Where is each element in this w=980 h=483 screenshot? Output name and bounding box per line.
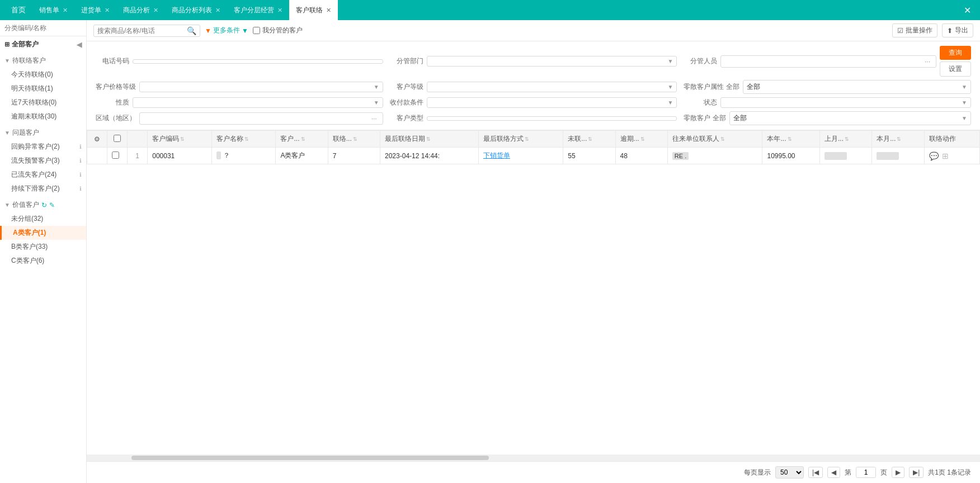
info-icon-churn-warning[interactable]: ℹ [79, 158, 82, 164]
td-overdue: 48 [615, 148, 667, 164]
sidebar-search-input[interactable] [4, 24, 87, 32]
filter-customer-grade-select[interactable]: ▼ [427, 82, 677, 92]
sidebar-item-class-b[interactable]: B类客户(33) [0, 240, 86, 254]
message-action-icon[interactable]: 💬 [929, 151, 939, 160]
sidebar-all-customers-label[interactable]: 全部客户 [12, 40, 39, 49]
nav-tab-customer-contact[interactable]: 客户联络 ✕ [289, 0, 338, 20]
last-page-button[interactable]: ▶| [909, 467, 924, 478]
nav-tab-sales[interactable]: 销售单 ✕ [32, 0, 74, 20]
nature-arrow: ▼ [374, 100, 379, 106]
filter-more-conditions[interactable]: ▼ 更多条件 ▼ [205, 26, 248, 35]
nav-tab-customer-segment[interactable]: 客户分层经营 ✕ [227, 0, 289, 20]
sidebar-group-problem-title[interactable]: ▼ 问题客户 [0, 126, 86, 140]
sidebar-item-declining[interactable]: 持续下滑客户(2) ℹ [0, 182, 86, 196]
sidebar-collapse-button[interactable]: ◀ [77, 41, 82, 49]
sidebar-item-class-a[interactable]: A类客户(1) [0, 226, 86, 240]
sidebar-group-value-title[interactable]: ▼ 价值客户 ↻ ✎ [0, 198, 86, 212]
my-customers-checkbox[interactable] [253, 27, 260, 34]
close-contact-tab[interactable]: ✕ [326, 7, 331, 14]
filter-price-grade-label: 客户价格等级 [96, 82, 136, 92]
region-ellipsis[interactable]: ··· [369, 115, 379, 122]
sidebar-item-class-c[interactable]: C类客户(6) [0, 254, 86, 268]
sidebar-group-pending-title[interactable]: ▼ 待联络客户 [0, 54, 86, 68]
filter-nature-select[interactable]: ▼ [133, 97, 383, 108]
filter-dept-select[interactable]: ▼ [427, 56, 677, 67]
filter-search-icon[interactable]: 🔍 [187, 26, 196, 35]
filter-status-select[interactable]: ▼ [720, 97, 971, 108]
sidebar-item-churn-warning[interactable]: 流失预警客户(3) ℹ [0, 154, 86, 168]
filter-customer-type-label: 客户类型 [390, 113, 423, 123]
action-icons-group: 💬 ⊞ [929, 151, 975, 160]
filter-more-arrow: ▼ [242, 27, 248, 35]
filter-region-label: 区域（地区） [96, 113, 136, 123]
sidebar-item-repurchase-anomaly[interactable]: 回购异常客户(2) ℹ [0, 140, 86, 154]
sidebar-group-value-arrow: ▼ [4, 202, 10, 208]
filter-retail-attr-select[interactable]: 全部 ▼ [743, 80, 971, 94]
filter-dept: 分管部门 ▼ [390, 56, 677, 67]
info-icon-churned[interactable]: ℹ [79, 172, 82, 178]
prev-page-button[interactable]: ◀ [827, 467, 840, 478]
value-edit-icon[interactable]: ✎ [49, 201, 55, 209]
td-type: A类客户 [276, 148, 328, 164]
filter-customer-type-input[interactable] [427, 116, 677, 121]
info-icon-repurchase[interactable]: ℹ [79, 144, 82, 150]
grid-action-icon[interactable]: ⊞ [942, 151, 949, 160]
sidebar-item-overdue[interactable]: 逾期未联络(30) [0, 110, 86, 124]
filter-payment-select[interactable]: ▼ [427, 97, 677, 108]
th-settings[interactable]: ⚙ [87, 131, 107, 148]
close-segment-tab[interactable]: ✕ [277, 7, 282, 14]
nav-tab-purchase[interactable]: 进货单 ✕ [74, 0, 116, 20]
filter-search-input[interactable] [97, 27, 187, 35]
query-button[interactable]: 查询 [940, 46, 971, 60]
close-product-analysis-tab[interactable]: ✕ [153, 7, 158, 14]
page-number-input[interactable] [856, 467, 876, 478]
sort-year-icon: ⇅ [788, 136, 792, 142]
export-button[interactable]: ⬆ 导出 [942, 23, 973, 37]
td-unit-contact: RE . [667, 148, 762, 164]
nav-home[interactable]: 首页 [4, 5, 32, 15]
first-page-button[interactable]: |◀ [808, 467, 823, 478]
filter-region-input[interactable]: ··· [139, 112, 383, 125]
filter-customer-grade: 客户等级 ▼ [390, 82, 677, 92]
status-arrow: ▼ [962, 100, 967, 106]
last-contact-method-link[interactable]: 下销货单 [483, 151, 510, 159]
close-product-list-tab[interactable]: ✕ [215, 7, 220, 14]
data-table-area: ⚙ 客户编码⇅ 客户名称⇅ 客户...⇅ 联络...⇅ [87, 130, 980, 454]
filter-price-grade-select[interactable]: ▼ [139, 82, 383, 92]
filter-retail-customer-select[interactable]: 全部 ▼ [729, 111, 971, 125]
sort-contact-icon: ⇅ [353, 136, 357, 142]
sidebar-item-7days[interactable]: 近7天待联络(0) [0, 96, 86, 110]
td-this-year: 10995.00 [762, 148, 820, 164]
per-page-select[interactable]: 50 10 20 100 [775, 466, 804, 479]
nav-tab-product-analysis-list[interactable]: 商品分析列表 ✕ [165, 0, 227, 20]
horizontal-scrollbar[interactable] [87, 454, 980, 461]
sidebar-item-churned[interactable]: 已流失客户(24) ℹ [0, 168, 86, 182]
batch-ops-button[interactable]: ☑ 批量操作 [892, 23, 937, 37]
settings-button[interactable]: 设置 [940, 61, 971, 77]
select-all-checkbox[interactable] [114, 135, 121, 142]
nav-tab-product-analysis[interactable]: 商品分析 ✕ [116, 0, 165, 20]
filter-my-customers[interactable]: 我分管的客户 [253, 26, 303, 35]
filter-phone-input[interactable] [133, 59, 383, 64]
customer-grade-arrow: ▼ [667, 84, 673, 90]
value-refresh-icon[interactable]: ↻ [41, 201, 47, 209]
row-checkbox-1[interactable] [112, 151, 119, 159]
sidebar-item-ungrouped[interactable]: 未分组(32) [0, 212, 86, 226]
table-row: 1 000031 ？ A类客户 7 2023-04-12 14:44: 下销货单… [87, 148, 980, 164]
info-icon-declining[interactable]: ℹ [79, 186, 82, 192]
sidebar-item-tomorrow[interactable]: 明天待联络(1) [0, 82, 86, 96]
export-icon: ⬆ [947, 27, 953, 35]
td-contact: 7 [328, 148, 380, 164]
window-close-button[interactable]: ✕ [959, 5, 976, 16]
scroll-thumb[interactable] [131, 456, 489, 460]
close-sales-tab[interactable]: ✕ [63, 7, 68, 14]
batch-ops-icon: ☑ [897, 27, 903, 35]
filter-person-input[interactable]: ··· [720, 55, 936, 68]
sidebar-group-pending-label: 待联络客户 [12, 56, 46, 65]
td-actions: 💬 ⊞ [924, 148, 979, 164]
person-ellipsis[interactable]: ··· [922, 58, 932, 65]
close-purchase-tab[interactable]: ✕ [105, 7, 110, 14]
filter-bar: 🔍 ▼ 更多条件 ▼ 我分管的客户 ☑ 批量操作 ⬆ 导出 [87, 20, 980, 41]
next-page-button[interactable]: ▶ [892, 467, 904, 478]
sidebar-item-today[interactable]: 今天待联络(0) [0, 68, 86, 82]
